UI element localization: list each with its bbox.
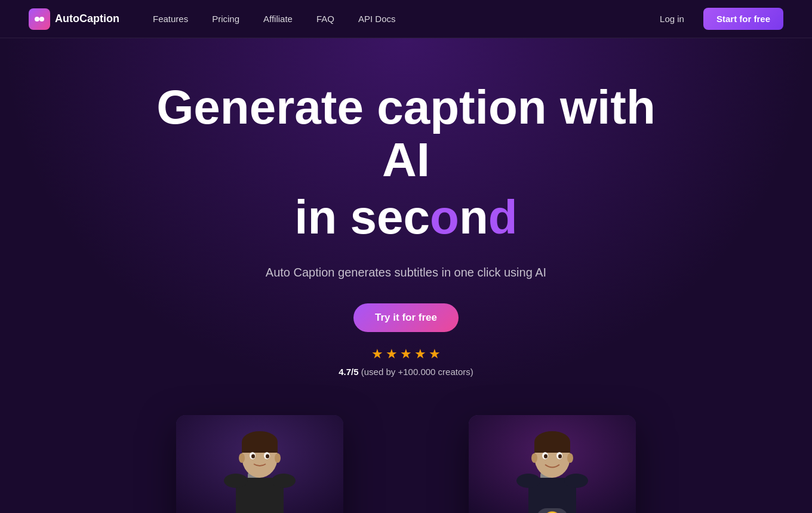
nav-links: Features Pricing Affiliate FAQ API Docs (143, 14, 405, 24)
svg-point-11 (272, 474, 296, 488)
nav-affiliate[interactable]: Affiliate (254, 9, 302, 29)
hero-title-line2: in second (294, 191, 517, 244)
rating-detail: (used by +100.000 creators) (361, 367, 473, 377)
logo[interactable]: AutoCaption (29, 8, 119, 30)
svg-point-26 (516, 474, 540, 488)
star-3: ★ (400, 346, 412, 362)
svg-point-27 (564, 474, 588, 488)
svg-point-0 (35, 17, 39, 21)
hero-title-line1: Generate caption with AI (137, 81, 675, 186)
star-4: ★ (414, 346, 426, 362)
svg-rect-24 (534, 442, 570, 453)
start-for-free-button[interactable]: Start for free (703, 8, 783, 30)
try-for-free-button[interactable]: Try it for free (353, 303, 459, 332)
svg-point-15 (266, 454, 269, 459)
svg-point-33 (567, 453, 573, 463)
svg-point-1 (39, 17, 44, 21)
star-2: ★ (386, 346, 398, 362)
video-card-left (176, 415, 343, 513)
video-section: 😍 (0, 401, 812, 513)
video-thumbnail-right: 😍 (469, 415, 636, 513)
nav-faq[interactable]: FAQ (307, 9, 344, 29)
navbar: AutoCaption Features Pricing Affiliate F… (0, 0, 812, 38)
navbar-left: AutoCaption Features Pricing Affiliate F… (29, 8, 405, 30)
nav-pricing[interactable]: Pricing (202, 9, 249, 29)
navbar-right: Log in Start for free (650, 8, 783, 30)
svg-rect-8 (242, 442, 278, 453)
svg-point-31 (558, 454, 562, 459)
rating-text: 4.7/5 (used by +100.000 creators) (339, 367, 473, 377)
video-card-right: 😍 (469, 415, 636, 513)
svg-point-17 (275, 453, 281, 463)
logo-icon (29, 8, 50, 30)
logo-text: AutoCaption (55, 13, 119, 25)
star-1: ★ (371, 346, 383, 362)
stars-row: ★ ★ ★ ★ ★ (371, 346, 441, 362)
nav-api-docs[interactable]: API Docs (349, 9, 405, 29)
svg-point-32 (531, 453, 537, 463)
rating-value: 4.7/5 (339, 367, 358, 377)
star-5: ★ (429, 346, 441, 362)
login-button[interactable]: Log in (650, 9, 694, 29)
svg-point-16 (239, 453, 245, 463)
svg-point-10 (224, 474, 248, 488)
svg-point-14 (251, 454, 255, 459)
video-thumbnail-left (176, 415, 343, 513)
svg-point-30 (544, 454, 548, 459)
hero-section: Generate caption with AI in second Auto … (0, 38, 812, 401)
nav-features[interactable]: Features (143, 9, 198, 29)
hero-subtitle: Auto Caption generates subtitles in one … (266, 263, 546, 282)
